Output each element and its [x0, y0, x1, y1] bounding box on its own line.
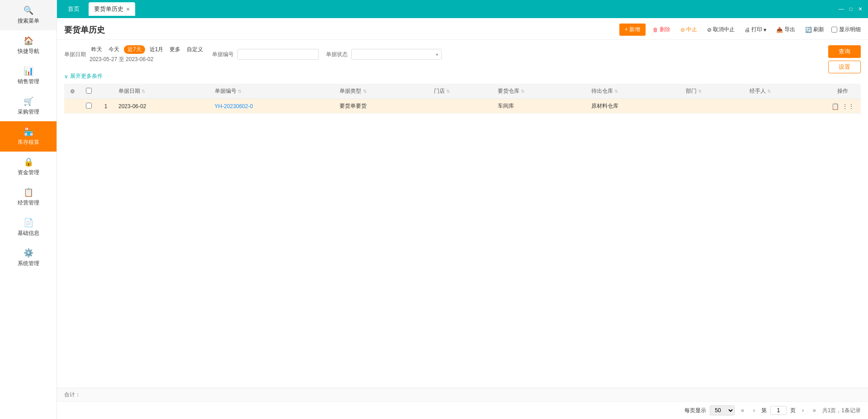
sidebar-item-search-menu[interactable]: 🔍 搜索菜单 [0, 0, 57, 30]
sort-dept-icon: ⇅ [698, 89, 702, 94]
tab-requisition-history[interactable]: 要货单历史 ✕ [89, 2, 135, 16]
td-action: 📋 ⋮⋮ [825, 99, 861, 114]
th-doc-type[interactable]: 单据类型 ⇅ [336, 84, 430, 99]
th-num [97, 84, 115, 99]
topbar-right: — □ ✕ [839, 6, 863, 12]
sidebar-item-label: 基础信息 [18, 229, 39, 237]
sort-req-wh-icon: ⇅ [521, 89, 524, 94]
pagination: 每页显示 50 10 20 100 « ‹ 第 页 › » 共1页，1条记录 [57, 401, 868, 419]
sidebar-item-label: 搜索菜单 [18, 17, 39, 25]
row-checkbox[interactable] [86, 103, 92, 109]
th-req-warehouse[interactable]: 要货仓库 ⇅ [494, 84, 588, 99]
sort-dest-wh-icon: ⇅ [614, 89, 618, 94]
th-date[interactable]: 单据日期 ⇅ [115, 84, 211, 99]
td-checkbox[interactable] [80, 99, 97, 114]
new-button[interactable]: + 新增 [619, 24, 646, 36]
tab-home-label: 首页 [68, 5, 80, 13]
view-action-icon[interactable]: 📋 [831, 103, 839, 110]
th-checkbox[interactable] [80, 84, 97, 99]
table-area: ⚙ 单据日期 ⇅ 单据编号 ⇅ [57, 84, 868, 388]
page-label: 第 [761, 407, 767, 414]
sidebar-item-quick-nav[interactable]: 🏠 快捷导航 [0, 30, 57, 61]
action-icons: 📋 ⋮⋮ [828, 103, 857, 110]
display-cells-checkbox[interactable] [831, 27, 837, 33]
th-handler[interactable]: 经手人 ⇅ [746, 84, 825, 99]
topbar: 首页 要货单历史 ✕ — □ ✕ [57, 0, 868, 18]
date-btn-today[interactable]: 今天 [107, 45, 121, 54]
td-date: 2023-06-02 [115, 99, 211, 114]
expand-more-button[interactable]: ∨ 展开更多条件 [64, 72, 828, 80]
doc-no-link[interactable]: YH-20230602-0 [215, 103, 253, 110]
sidebar-item-label: 销售管理 [18, 78, 39, 86]
th-doc-no[interactable]: 单据编号 ⇅ [211, 84, 336, 99]
page-number-input[interactable] [770, 406, 787, 415]
per-page-select[interactable]: 50 10 20 100 [710, 405, 735, 415]
query-button[interactable]: 查询 [828, 45, 861, 58]
first-page-button[interactable]: « [738, 406, 747, 414]
status-select-wrapper [351, 49, 442, 60]
tab-close-icon[interactable]: ✕ [126, 7, 130, 12]
tab-requisition-history-label: 要货单历史 [94, 5, 123, 13]
date-btn-1month[interactable]: 近1月 [148, 45, 165, 54]
next-page-button[interactable]: › [799, 406, 807, 414]
expand-down-icon: ∨ [64, 73, 68, 80]
date-btn-7days[interactable]: 近7天 [124, 45, 145, 54]
table-header: ⚙ 单据日期 ⇅ 单据编号 ⇅ [64, 84, 861, 99]
lock-icon: 🔒 [24, 157, 33, 167]
last-page-button[interactable]: » [810, 406, 819, 414]
table-row: 1 2023-06-02 YH-20230602-0 要货单要货 [64, 99, 861, 114]
th-dest-warehouse[interactable]: 待出仓库 ⇅ [588, 84, 682, 99]
th-store[interactable]: 门店 ⇅ [430, 84, 494, 99]
status-select[interactable] [351, 49, 442, 60]
refresh-button[interactable]: 🔄 刷新 [802, 24, 827, 35]
stop-button[interactable]: ⊘ 中止 [678, 24, 700, 35]
td-store [430, 99, 494, 114]
date-btn-yesterday[interactable]: 昨天 [90, 45, 104, 54]
select-all-checkbox[interactable] [86, 88, 92, 94]
doc-no-input[interactable] [237, 49, 319, 60]
sidebar-item-basic-info[interactable]: 📄 基础信息 [0, 212, 57, 243]
window-max-button[interactable]: □ [849, 6, 853, 12]
prev-page-button[interactable]: ‹ [750, 406, 758, 414]
print-label: 打印 [751, 26, 762, 33]
th-setting[interactable]: ⚙ [64, 84, 80, 99]
filter-date-field: 昨天 今天 近7天 近1月 更多 自定义 2023-05-27 至 2023-0… [90, 45, 205, 63]
delete-button[interactable]: 🗑 删除 [650, 24, 673, 35]
cancel-stop-button[interactable]: ⊘ 取消中止 [704, 24, 737, 35]
display-cells-toggle[interactable]: 显示明细 [831, 26, 861, 33]
td-setting [64, 99, 80, 114]
filter-fields-area: 单据日期 昨天 今天 近7天 近1月 更多 自定义 2 [64, 45, 828, 84]
sidebar-item-label: 资金管理 [18, 169, 39, 176]
window-min-button[interactable]: — [839, 6, 844, 12]
total-info: 共1页，1条记录 [822, 407, 861, 414]
per-page-label: 每页显示 [684, 407, 706, 414]
document-icon: 📄 [24, 218, 33, 228]
date-btn-custom[interactable]: 自定义 [185, 45, 205, 54]
filter-row-1: 单据日期 昨天 今天 近7天 近1月 更多 自定义 2 [64, 45, 828, 63]
sidebar-item-sales[interactable]: 📊 销售管理 [0, 61, 57, 91]
sidebar-item-system[interactable]: ⚙️ 系统管理 [0, 243, 57, 273]
td-dest-warehouse: 原材料仓库 [588, 99, 682, 114]
sidebar-item-finance[interactable]: 🔒 资金管理 [0, 152, 57, 182]
print-button[interactable]: 🖨 打印 ▾ [742, 24, 769, 35]
sidebar-item-label: 快捷导航 [18, 48, 39, 55]
page-title: 要货单历史 [64, 24, 105, 35]
setting-button[interactable]: 设置 [828, 61, 861, 73]
sidebar-item-purchase[interactable]: 🛒 采购管理 [0, 91, 57, 121]
edit-action-icon[interactable]: ⋮⋮ [842, 103, 854, 110]
filter-docno-label: 单据编号 [212, 51, 234, 58]
window-close-button[interactable]: ✕ [858, 6, 863, 12]
content-area: 要货单历史 + 新增 🗑 删除 ⊘ 中止 ⊘ 取消中止 🖨 打印 [57, 18, 868, 419]
filter-status-item: 单据状态 [326, 49, 442, 60]
table-header-row: ⚙ 单据日期 ⇅ 单据编号 ⇅ [64, 84, 861, 99]
date-btn-more[interactable]: 更多 [168, 45, 182, 54]
cancel-stop-label: 取消中止 [713, 26, 735, 33]
th-dept[interactable]: 部门 ⇅ [682, 84, 746, 99]
sidebar-item-operations[interactable]: 📋 经营管理 [0, 182, 57, 212]
filter-date-buttons: 昨天 今天 近7天 近1月 更多 自定义 [90, 45, 205, 54]
delete-icon: 🗑 [653, 27, 658, 33]
sidebar-item-inventory[interactable]: 🏪 库存核算 [0, 121, 57, 152]
sidebar-item-label: 库存核算 [18, 138, 39, 146]
export-button[interactable]: 📤 导出 [774, 24, 798, 35]
tab-home[interactable]: 首页 [62, 2, 85, 16]
